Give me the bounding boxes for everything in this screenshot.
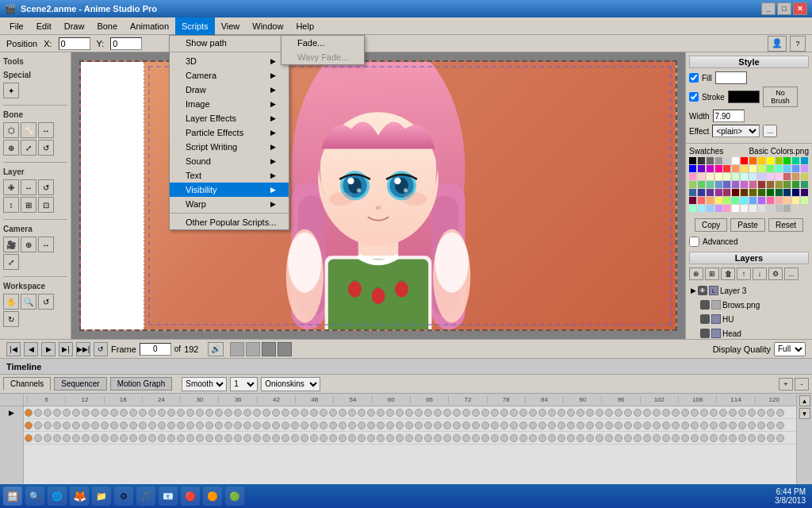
view-btn-1[interactable] (230, 342, 244, 356)
frame-dot-0-34[interactable] (348, 409, 356, 417)
frame-dot-0-10[interactable] (120, 409, 128, 417)
frame-dot-0-71[interactable] (700, 409, 708, 417)
frame-dot-1-61[interactable] (605, 421, 613, 429)
frame-dot-1-56[interactable] (557, 421, 565, 429)
frame-dot-0-46[interactable] (462, 409, 470, 417)
color-swatch-10[interactable] (776, 157, 783, 164)
frame-dot-2-44[interactable] (443, 434, 451, 442)
frame-dot-1-20[interactable] (215, 421, 223, 429)
frame-dot-2-54[interactable] (538, 434, 546, 442)
frame-dot-0-49[interactable] (491, 409, 499, 417)
frame-dot-0-74[interactable] (729, 409, 737, 417)
pb-loop[interactable]: ↺ (94, 342, 108, 356)
tool-layer-6[interactable]: ⊡ (38, 197, 54, 213)
frame-dot-0-13[interactable] (148, 409, 156, 417)
frame-dot-2-46[interactable] (462, 434, 470, 442)
submenu-fade[interactable]: Fade... (282, 36, 364, 50)
color-swatch-89[interactable] (732, 205, 739, 212)
frame-dot-1-77[interactable] (757, 421, 765, 429)
color-swatch-35[interactable] (749, 173, 756, 180)
frame-dot-1-49[interactable] (491, 421, 499, 429)
frame-dot-2-65[interactable] (643, 434, 651, 442)
frame-dot-0-48[interactable] (481, 409, 489, 417)
frame-dot-2-55[interactable] (548, 434, 556, 442)
frame-dot-2-28[interactable] (291, 434, 299, 442)
color-swatch-45[interactable] (715, 181, 722, 188)
color-swatch-67[interactable] (783, 189, 791, 196)
color-swatch-93[interactable] (767, 205, 774, 212)
frame-dot-1-21[interactable] (224, 421, 232, 429)
frame-dot-0-59[interactable] (586, 409, 594, 417)
color-swatch-84[interactable] (689, 205, 696, 212)
frame-dot-2-38[interactable] (386, 434, 394, 442)
frame-dot-0-9[interactable] (110, 409, 118, 417)
frame-dot-2-32[interactable] (329, 434, 337, 442)
taskbar-start[interactable]: 🪟 (3, 487, 22, 506)
timeline-zoom-in[interactable]: + (779, 378, 793, 391)
frame-dot-2-61[interactable] (605, 434, 613, 442)
frame-dot-2-12[interactable] (139, 434, 147, 442)
layer-row-layer3[interactable]: ▶ 👁 L Layer 3 (689, 283, 809, 298)
frame-dot-2-51[interactable] (510, 434, 518, 442)
frame-dot-1-8[interactable] (101, 421, 109, 429)
frame-dot-2-74[interactable] (729, 434, 737, 442)
color-swatch-70[interactable] (689, 197, 696, 204)
color-swatch-18[interactable] (723, 165, 730, 172)
color-swatch-75[interactable] (732, 197, 739, 204)
color-swatch-95[interactable] (783, 205, 791, 212)
color-swatch-79[interactable] (767, 197, 774, 204)
color-swatch-29[interactable] (698, 173, 705, 180)
color-swatch-52[interactable] (776, 181, 783, 188)
tool-bone-6[interactable]: ↺ (38, 140, 54, 156)
color-swatch-2[interactable] (707, 157, 714, 164)
frame-dot-2-9[interactable] (110, 434, 118, 442)
frame-dot-0-26[interactable] (272, 409, 280, 417)
layer-tool-5[interactable]: ↓ (753, 267, 767, 280)
frame-dot-0-58[interactable] (576, 409, 584, 417)
tool-layer-4[interactable]: ↕ (3, 197, 19, 213)
frame-dot-1-7[interactable] (91, 421, 99, 429)
taskbar-app7[interactable]: 🟢 (225, 487, 244, 506)
frame-dot-1-39[interactable] (396, 421, 404, 429)
frame-dot-0-23[interactable] (243, 409, 251, 417)
tracks-area[interactable]: 6121824303642485460667278849096102108114… (24, 394, 796, 494)
frame-dot-0-24[interactable] (253, 409, 261, 417)
frame-dot-0-75[interactable] (738, 409, 746, 417)
color-swatch-22[interactable] (758, 165, 765, 172)
frame-dot-0-42[interactable] (424, 409, 432, 417)
layer3-eye-icon[interactable]: 👁 (698, 286, 707, 295)
menu-scripts-image[interactable]: Image ▶ (170, 97, 289, 111)
hu-eye-icon[interactable] (700, 314, 710, 324)
frame-dot-2-35[interactable] (358, 434, 366, 442)
frame-dot-1-72[interactable] (710, 421, 718, 429)
frame-dot-2-57[interactable] (567, 434, 575, 442)
reset-button[interactable]: Reset (768, 218, 803, 232)
frame-dot-1-63[interactable] (624, 421, 632, 429)
color-swatch-16[interactable] (707, 165, 714, 172)
color-swatch-25[interactable] (783, 165, 791, 172)
width-input[interactable]: 7.90 (713, 110, 745, 122)
frame-dot-1-50[interactable] (500, 421, 508, 429)
taskbar-ie[interactable]: 🌐 (48, 487, 67, 506)
color-swatch-19[interactable] (732, 165, 739, 172)
frame-dot-1-59[interactable] (586, 421, 594, 429)
timeline-scroll-down[interactable]: ▼ (799, 408, 810, 419)
menu-scripts-script-writing[interactable]: Script Writing ▶ (170, 140, 289, 154)
frame-dot-2-0[interactable] (25, 434, 33, 442)
advanced-checkbox[interactable] (689, 237, 699, 247)
color-swatch-8[interactable] (758, 157, 765, 164)
frame-dot-0-1[interactable] (34, 409, 42, 417)
help-icon[interactable]: ? (790, 36, 806, 52)
frame-dot-2-19[interactable] (205, 434, 213, 442)
frame-dot-0-12[interactable] (139, 409, 147, 417)
timeline-scroll-up[interactable]: ▲ (799, 395, 810, 406)
layer-tool-2[interactable]: ⊞ (705, 267, 719, 280)
menu-scripts-particle-effects[interactable]: Particle Effects ▶ (170, 125, 289, 140)
color-swatch-21[interactable] (749, 165, 756, 172)
layer-row-hu[interactable]: HU (699, 312, 809, 326)
tool-camera-4[interactable]: ⤢ (3, 254, 19, 270)
frame-dot-2-13[interactable] (148, 434, 156, 442)
menu-scripts-warp[interactable]: Warp ▶ (170, 197, 289, 211)
frame-dot-2-17[interactable] (186, 434, 194, 442)
menu-window[interactable]: Window (246, 17, 289, 35)
